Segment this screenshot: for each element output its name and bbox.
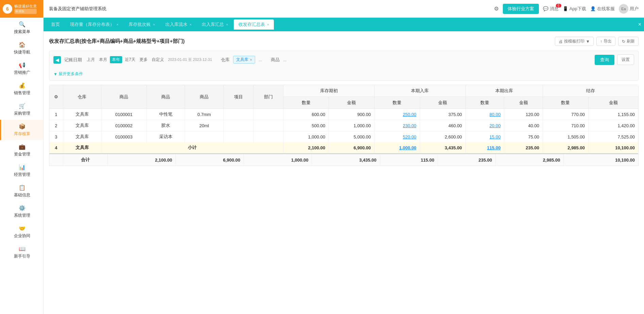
date-btn-this-year[interactable]: 本年 (110, 56, 122, 63)
tab-inventory-dist-label: 现存量（库存分布表） (70, 21, 114, 28)
row-no: 2 (49, 120, 63, 131)
th-settings[interactable]: ⚙ (49, 85, 63, 109)
th-in-group: 本期入库 (374, 85, 465, 97)
expand-more-btn[interactable]: ▼ 展开更多条件 (53, 71, 83, 77)
sidebar-item-sales[interactable]: 💰 销售管理 (0, 79, 43, 99)
row-opening-qty: 1,000.00 (283, 131, 329, 143)
row-goods-code: 0100001 (101, 109, 147, 120)
sidebar-item-finance[interactable]: 💼 资金管理 (0, 140, 43, 161)
sidebar-item-purchase[interactable]: 🛒 采购管理 (0, 99, 43, 120)
total-footer: 合计 2,100.00 6,900.00 1,000.00 3,435.00 1… (49, 153, 639, 166)
subtotal-opening-amt: 6,900.00 (329, 142, 375, 153)
tab-inventory-dist-close[interactable]: × (116, 22, 118, 27)
sidebar-item-marketing[interactable]: 📢 营销推广 (0, 59, 43, 79)
date-btn-this-month[interactable]: 本月 (98, 56, 109, 63)
app-download-icon: 📱 (563, 6, 568, 11)
total-row: 合计 2,100.00 6,900.00 1,000.00 3,435.00 1… (49, 154, 638, 166)
row-warehouse: 文具库 (63, 120, 101, 131)
sidebar-item-search[interactable]: 🔍 搜索菜单 (0, 18, 43, 38)
tab-inventory-dist[interactable]: 现存量（库存分布表） × (65, 19, 123, 30)
query-btn[interactable]: 查询 (595, 55, 614, 65)
settings-icon[interactable]: ⚙ (494, 5, 499, 12)
row-out-amt: 120.00 (504, 109, 543, 120)
sidebar-item-basic-info[interactable]: 📋 基础信息 (0, 181, 43, 201)
row-in-qty[interactable]: 250.00 (374, 109, 420, 120)
row-goods-code: 0100002 (101, 120, 147, 131)
row-opening-amt: 900.00 (329, 109, 375, 120)
goods-more-btn[interactable]: ... (283, 57, 286, 62)
message-icon-item[interactable]: 💬 消息 6 (543, 6, 559, 12)
sidebar-label-guide: 新手引导 (14, 253, 30, 259)
tab-bar: 首页 现存量（库存分布表） × 库存批次账 × 出入库流水 × 出入库汇总 × … (44, 18, 644, 31)
filter-toggle-btn[interactable]: ◀ (53, 56, 61, 64)
setting-btn[interactable]: 设置 (617, 54, 634, 65)
total-out-amt: 235.00 (438, 154, 496, 166)
sidebar-item-system[interactable]: ⚙️ 系统管理 (0, 201, 43, 222)
date-btn-7days[interactable]: 近7天 (123, 56, 137, 63)
sidebar-label-search: 搜索菜单 (14, 29, 30, 35)
row-goods-name: 采访本 (147, 131, 185, 143)
sidebar-item-inventory[interactable]: 📦 库存核算 (0, 120, 43, 140)
tab-receive-send-summary[interactable]: 收发存汇总表 × (234, 19, 274, 30)
tab-in-out-flow[interactable]: 出入库流水 × (161, 19, 196, 30)
print-btn[interactable]: 🖨 按模板打印 ▼ (555, 37, 594, 46)
row-opening-qty: 600.00 (283, 109, 329, 120)
warehouse-more-btn[interactable]: ... (259, 57, 262, 62)
table-row: 3 文具库 0100003 采访本 1,000.00 5,000.00 520.… (49, 131, 638, 143)
filter-row-main: ◀ 记账日期 上月 本月 本年 近7天 更多 自定义 2023-01-01 至 … (53, 54, 634, 65)
tab-receive-send-summary-close[interactable]: × (267, 22, 269, 27)
total-closing-amt: 10,100.00 (564, 154, 638, 166)
row-in-qty[interactable]: 520.00 (374, 131, 420, 143)
row-out-amt: 40.00 (504, 120, 543, 131)
app-download-item[interactable]: 📱 App下载 (563, 6, 586, 12)
sidebar-item-guide[interactable]: 📖 新手引导 (0, 242, 43, 263)
user-avatar-item[interactable]: Ea 用户 (619, 4, 639, 14)
online-service-item[interactable]: 👤 在线客服 (590, 6, 615, 12)
filter-area: ◀ 记账日期 上月 本月 本年 近7天 更多 自定义 2023-01-01 至 … (49, 51, 639, 81)
logo-text-group: 畅捷通好生意 标准版 (14, 4, 37, 14)
row-goods-name: 胶水 (147, 120, 185, 131)
date-btn-custom[interactable]: 自定义 (150, 56, 165, 63)
th-opening-qty: 数量 (283, 97, 329, 109)
goods-label: 商品 (271, 57, 280, 63)
warehouse-tag: 文具库 × (233, 56, 255, 64)
th-goods-code: 商品 (101, 85, 147, 109)
row-out-qty[interactable]: 20.00 (465, 120, 504, 131)
refresh-btn[interactable]: ↻ 刷新 (618, 37, 639, 46)
tab-home[interactable]: 首页 (46, 19, 65, 30)
sidebar-item-quick-nav[interactable]: 🏠 快捷导航 (0, 38, 43, 59)
row-opening-amt: 1,000.00 (329, 120, 375, 131)
tab-batch-account[interactable]: 库存批次账 × (124, 19, 160, 30)
total-opening-qty: 2,100.00 (108, 154, 176, 166)
guide-icon: 📖 (19, 246, 26, 252)
tab-bar-close-icon[interactable]: × (638, 21, 641, 28)
row-warehouse: 文具库 (63, 131, 101, 143)
tab-in-out-summary[interactable]: 出入库汇总 × (197, 19, 233, 30)
warehouse-tag-close[interactable]: × (250, 57, 252, 62)
date-btn-last-month[interactable]: 上月 (85, 56, 96, 63)
subtotal-out-qty[interactable]: 115.00 (465, 142, 504, 153)
expand-label: 展开更多条件 (59, 71, 83, 77)
page-content: 收发存汇总表(按仓库+商品编码+商品+规格型号+项目+部门) 🖨 按模板打印 ▼… (44, 31, 644, 314)
warehouse-label: 仓库 (221, 57, 230, 63)
date-range: 2023-01-01 至 2023-12-31 (168, 57, 212, 62)
sidebar-item-cooperation[interactable]: 🤝 企业协同 (0, 222, 43, 242)
header-icons: 💬 消息 6 📱 App下载 👤 在线客服 Ea 用户 (543, 4, 639, 14)
row-dept (253, 131, 283, 143)
sidebar-item-operations[interactable]: 📊 经营管理 (0, 161, 43, 181)
tab-batch-account-close[interactable]: × (153, 22, 155, 27)
subtotal-in-qty[interactable]: 1,000.00 (374, 142, 420, 153)
export-btn[interactable]: ↑ 导出 (596, 37, 615, 46)
row-closing-amt: 1,155.00 (588, 109, 638, 120)
th-out-qty: 数量 (465, 97, 504, 109)
row-out-qty[interactable]: 15.00 (465, 131, 504, 143)
tab-in-out-summary-close[interactable]: × (226, 22, 228, 27)
row-out-qty[interactable]: 80.00 (465, 109, 504, 120)
trial-btn[interactable]: 体验行业方案 (503, 4, 539, 14)
row-in-qty[interactable]: 230.00 (374, 120, 420, 131)
date-btn-more[interactable]: 更多 (138, 56, 149, 63)
table-row: 2 文具库 0100002 胶水 20ml 500.00 1,000.00 23… (49, 120, 638, 131)
tab-in-out-flow-close[interactable]: × (189, 22, 192, 27)
search-icon: 🔍 (19, 21, 26, 28)
sidebar-label-sales: 销售管理 (14, 90, 30, 96)
